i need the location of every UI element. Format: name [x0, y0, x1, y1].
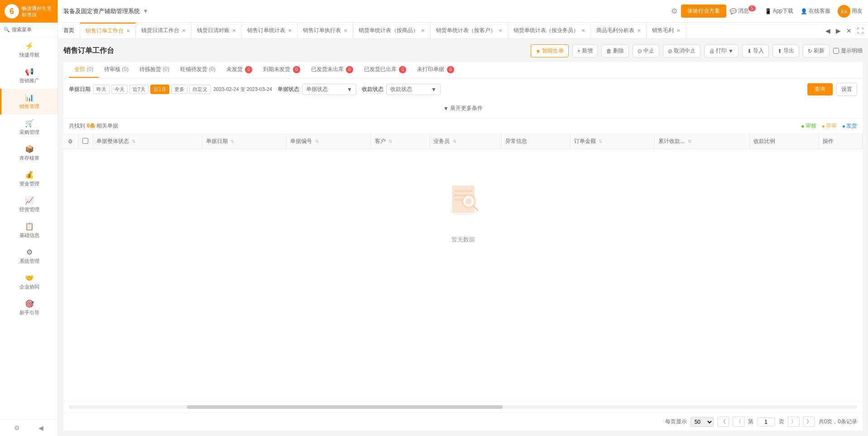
select-all-checkbox[interactable]	[82, 138, 88, 144]
refresh-button[interactable]: ↻ 刷新	[803, 44, 830, 57]
sidebar-item-enterprise[interactable]: 🤝 企业协同	[0, 269, 58, 295]
stop-button[interactable]: ⊙ 中止	[633, 44, 659, 57]
payment-select[interactable]: 收款状态 ▼	[386, 84, 441, 95]
sidebar-item-label: 新手引导	[19, 309, 39, 316]
message-button[interactable]: 💬 消息 5	[730, 7, 758, 15]
horizontal-scrollbar[interactable]	[69, 405, 857, 409]
close-icon[interactable]: ✕	[344, 28, 347, 33]
sub-tab-overdue-not-shipped[interactable]: 到期未发货 0	[258, 62, 305, 78]
solution-button[interactable]: 体验行业方案	[681, 5, 726, 18]
th-settings[interactable]: ⚙	[63, 134, 78, 149]
tab-cash-reconcile[interactable]: 钱货日清对账 ✕	[192, 23, 242, 39]
th-error[interactable]: 异常信息	[501, 134, 571, 149]
sidebar-search[interactable]: 🔍 搜索菜单	[0, 23, 58, 37]
filter-setting-button[interactable]: 设置	[836, 83, 857, 96]
sub-tab-pending-review[interactable]: 待审核 (0)	[99, 62, 134, 78]
tab-sales-summary-product[interactable]: 销货单统计表（按商品） ✕	[353, 23, 431, 39]
date-btn-1month[interactable]: 近1月	[150, 85, 169, 94]
user-menu[interactable]: Ea 用友	[838, 5, 863, 18]
tab-sales-summary-staff[interactable]: 销货单统计表（按业务员） ✕	[508, 23, 591, 39]
batch-approve-button[interactable]: ● 审核	[801, 122, 816, 130]
cancel-stop-button[interactable]: ⊘ 取消中止	[663, 44, 700, 57]
sub-tab-shipped-out[interactable]: 已发货已出库 0	[359, 62, 412, 78]
close-icon[interactable]: ✕	[232, 28, 236, 33]
close-icon[interactable]: ✕	[676, 28, 680, 33]
th-date[interactable]: 单据日期 ⇅	[202, 134, 287, 149]
tabs-close-all-button[interactable]: ✕	[844, 26, 854, 35]
close-icon[interactable]: ✕	[126, 28, 130, 33]
sidebar-item-purchase[interactable]: 🛒 采购管理	[0, 114, 58, 140]
tab-sales-profit[interactable]: 销售毛利 ✕	[647, 23, 686, 39]
th-checkbox[interactable]	[78, 134, 92, 149]
expand-filter-button[interactable]: ▼ 展开更多条件	[440, 103, 486, 114]
sidebar-item-inventory[interactable]: 📦 库存核算	[0, 140, 58, 166]
export-button[interactable]: ⬆ 导出	[772, 44, 799, 57]
status-select[interactable]: 单据状态 ▼	[302, 84, 356, 95]
sub-tab-shipped-not-out[interactable]: 已发货未出库 0	[306, 62, 359, 78]
close-icon[interactable]: ✕	[421, 28, 425, 33]
online-service-button[interactable]: 👤 在线客服	[801, 7, 830, 15]
date-btn-yesterday[interactable]: 昨天	[93, 85, 110, 94]
close-icon[interactable]: ✕	[499, 28, 502, 33]
tab-sales-workbench[interactable]: 销售订单工作台 ✕	[80, 23, 136, 39]
tab-home[interactable]: 首页	[58, 23, 80, 39]
tab-product-margin[interactable]: 商品毛利分析表 ✕	[591, 23, 647, 39]
th-number[interactable]: 单据编号 ⇅	[287, 134, 371, 149]
sidebar-item-operations[interactable]: 📈 经营管理	[0, 192, 58, 218]
th-status[interactable]: 单据整体状态 ⇅	[92, 134, 202, 149]
batch-ship-button[interactable]: ● 发货	[842, 122, 857, 130]
app-download-button[interactable]: 📱 App下载	[765, 7, 793, 15]
batch-revoke-button[interactable]: ● 弃审	[822, 122, 837, 130]
th-customer[interactable]: 客户 ⇅	[371, 134, 430, 149]
tab-sales-summary-customer[interactable]: 销货单统计表（按客户） ✕	[431, 23, 508, 39]
th-ratio[interactable]: 收款比例	[750, 134, 819, 149]
per-page-select[interactable]: 50 10 20 100	[691, 417, 714, 427]
topbar-settings-icon[interactable]: ⚙	[671, 7, 677, 15]
close-icon[interactable]: ✕	[637, 28, 641, 33]
sidebar-item-quick-nav[interactable]: ⚡ 快捷导航	[0, 37, 58, 63]
sub-tab-not-shipped[interactable]: 未发货 0	[221, 62, 258, 78]
sidebar-item-sales[interactable]: 📊 销售管理	[0, 89, 58, 114]
tab-sales-exec[interactable]: 销售订单执行表 ✕	[297, 23, 353, 39]
tabs-fullscreen-button[interactable]: ⛶	[855, 26, 865, 35]
tabs-prev-button[interactable]: ◀	[824, 26, 832, 35]
tab-sales-stats[interactable]: 销售订单统计表 ✕	[242, 23, 297, 39]
sidebar-item-finance[interactable]: 💰 资金管理	[0, 166, 58, 192]
show-detail-input[interactable]	[833, 48, 839, 54]
th-collected[interactable]: 累计收款... ⇅	[655, 134, 750, 149]
date-btn-more[interactable]: 更多	[171, 85, 187, 94]
sidebar-item-basic-info[interactable]: 📋 基础信息	[0, 218, 58, 243]
query-button[interactable]: 查询	[807, 83, 833, 95]
date-btn-7days[interactable]: 近7天	[129, 85, 149, 94]
delete-button[interactable]: 🗑 删除	[601, 44, 629, 57]
tabs-next-button[interactable]: ▶	[834, 26, 843, 35]
sub-tab-not-printed[interactable]: 未打印单据 0	[412, 62, 459, 78]
sub-tab-wangpu[interactable]: 旺铺待发货 (0)	[175, 62, 221, 78]
th-staff[interactable]: 业务员 ⇅	[430, 134, 501, 149]
tab-cash-daily[interactable]: 钱货日清工作台 ✕	[136, 23, 192, 39]
add-button[interactable]: + 新增	[572, 44, 598, 57]
date-btn-today[interactable]: 今天	[111, 85, 128, 94]
scrollbar-thumb[interactable]	[187, 405, 502, 409]
sidebar-settings-button[interactable]: ⚙	[14, 424, 20, 431]
first-page-button[interactable]: 《	[717, 417, 729, 427]
close-icon[interactable]: ✕	[288, 28, 292, 33]
print-button[interactable]: 🖨 打印 ▼	[704, 44, 739, 57]
prev-page-button[interactable]: 〈	[733, 417, 744, 427]
sidebar-item-guide[interactable]: 🎯 新手引导	[0, 295, 58, 321]
sidebar-collapse-button[interactable]: ◀	[38, 424, 43, 431]
sub-tab-all[interactable]: 全部 (0)	[69, 62, 99, 78]
import-button[interactable]: ⬇ 导入	[742, 44, 769, 57]
close-icon[interactable]: ✕	[182, 28, 186, 33]
sidebar-item-marketing[interactable]: 📢 营销推广	[0, 63, 58, 89]
sidebar-item-system[interactable]: ⚙ 系统管理	[0, 243, 58, 269]
sub-tab-pending-inspect[interactable]: 待拣验货 (0)	[134, 62, 175, 78]
date-btn-custom[interactable]: 自定义	[189, 85, 211, 94]
next-page-button[interactable]: 〉	[788, 417, 800, 427]
smart-generate-button[interactable]: ★ 智能生单	[531, 44, 569, 57]
close-icon[interactable]: ✕	[581, 28, 585, 33]
page-input[interactable]	[757, 417, 775, 427]
last-page-button[interactable]: 》	[803, 417, 815, 427]
th-amount[interactable]: 订单金额 ⇅	[571, 134, 655, 149]
show-detail-checkbox[interactable]: 显示明细	[833, 47, 863, 55]
